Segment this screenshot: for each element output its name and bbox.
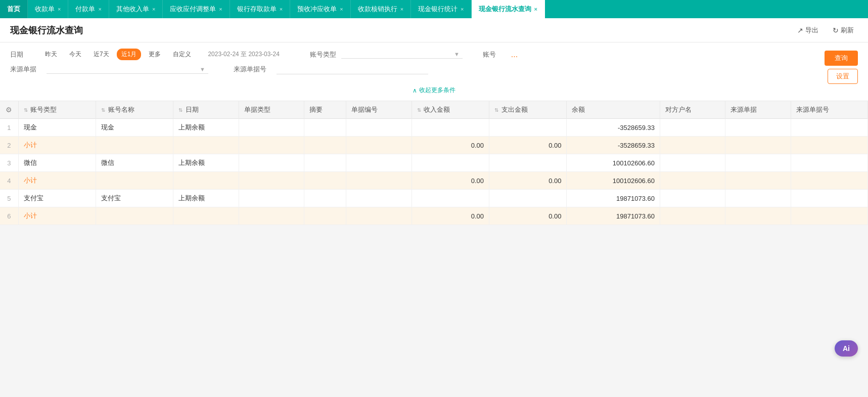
close-icon[interactable]: × [98, 6, 101, 12]
cell-expense: 0.00 [489, 137, 567, 154]
date-btn-more[interactable]: 更多 [144, 49, 165, 60]
nav-tab-receipt[interactable]: 收款单 × [28, 0, 68, 18]
settings-button[interactable]: 设置 [828, 69, 858, 84]
source-voucher-select[interactable]: ▼ [47, 65, 208, 74]
account-dots[interactable]: ... [508, 50, 521, 59]
cell-expense: 0.00 [489, 207, 567, 225]
col-gear[interactable]: ⚙ [0, 101, 18, 119]
col-date: ⇅ 日期 [173, 101, 239, 119]
table-row: 3微信微信上期余额100102606.60 [0, 154, 868, 172]
cell-counterparty [660, 207, 725, 225]
close-icon[interactable]: × [280, 6, 283, 12]
table-row: 5支付宝支付宝上期余额19871073.60 [0, 190, 868, 207]
close-icon[interactable]: × [400, 6, 403, 12]
nav-tab-adjust[interactable]: 应收应付调整单 × [163, 0, 230, 18]
cell-summary [304, 190, 346, 207]
cell-voucher-type [239, 137, 304, 154]
cell-counterparty [660, 137, 725, 154]
nav-tab-other-income[interactable]: 其他收入单 × [109, 0, 163, 18]
close-icon[interactable]: × [152, 6, 155, 12]
cell-account-name: 支付宝 [96, 190, 173, 207]
cell-source-voucher [725, 190, 791, 207]
cell-source-voucher-no [791, 207, 867, 225]
cell-source-voucher-no [791, 172, 867, 190]
cell-account-type: 微信 [18, 154, 96, 172]
cell-balance: 19871073.60 [567, 190, 660, 207]
refresh-button[interactable]: ↻ 刷新 [829, 24, 858, 37]
row-number: 2 [0, 137, 18, 154]
cell-voucher-no [346, 172, 412, 190]
close-icon[interactable]: × [58, 6, 61, 12]
nav-tab-collection-exec[interactable]: 收款核销执行 × [351, 0, 411, 18]
account-type-select[interactable]: ▼ [341, 50, 463, 59]
cell-balance: -3528659.33 [567, 137, 660, 154]
header-bar: 现金银行流水查询 ↗ 导出 ↻ 刷新 [0, 18, 868, 42]
cell-date [173, 172, 239, 190]
nav-tab-prepay[interactable]: 预收冲应收单 × [290, 0, 350, 18]
account-label: 账号 [483, 50, 503, 59]
col-expense: ⇅ 支出金额 [489, 101, 567, 119]
cell-income: 0.00 [412, 172, 489, 190]
close-icon[interactable]: × [340, 6, 343, 12]
cell-summary [304, 207, 346, 225]
sort-icon[interactable]: ⇅ [417, 107, 421, 113]
cell-source-voucher-no [791, 137, 867, 154]
source-voucher-label: 来源单据 [10, 65, 36, 74]
date-filter-label: 日期 [10, 50, 30, 59]
cell-voucher-type [239, 207, 304, 225]
date-btn-custom[interactable]: 自定义 [168, 49, 196, 60]
sort-icon[interactable]: ⇅ [101, 107, 105, 113]
nav-tab-bank-deposit[interactable]: 银行存取款单 × [230, 0, 290, 18]
close-icon[interactable]: × [534, 6, 537, 12]
row-number: 6 [0, 207, 18, 225]
close-icon[interactable]: × [219, 6, 222, 12]
date-btn-7days[interactable]: 近7天 [89, 49, 114, 60]
date-btn-yesterday[interactable]: 昨天 [40, 49, 62, 60]
nav-home[interactable]: 首页 [0, 0, 28, 18]
cell-source-voucher [725, 154, 791, 172]
cell-voucher-type [239, 119, 304, 137]
nav-tab-cashflow-query[interactable]: 现金银行流水查询 × [472, 0, 545, 18]
export-button[interactable]: ↗ 导出 [793, 24, 823, 37]
col-balance: 余额 [567, 101, 660, 119]
col-account-type: ⇅ 账号类型 [18, 101, 96, 119]
col-source-voucher: 来源单据 [725, 101, 791, 119]
cell-source-voucher [725, 172, 791, 190]
table-row: 2小计0.000.00-3528659.33 [0, 137, 868, 154]
source-voucher-no-label: 来源单据号 [234, 65, 266, 74]
col-voucher-no: 单据编号 [346, 101, 412, 119]
nav-tab-bank-stats[interactable]: 现金银行统计 × [411, 0, 471, 18]
cell-date: 上期余额 [173, 190, 239, 207]
close-icon[interactable]: × [461, 6, 464, 12]
cell-account-name [96, 137, 173, 154]
cell-income: 0.00 [412, 207, 489, 225]
sort-icon[interactable]: ⇅ [178, 107, 182, 113]
cell-account-type: 小计 [18, 207, 96, 225]
cell-source-voucher-no [791, 154, 867, 172]
query-button[interactable]: 查询 [825, 51, 858, 66]
cell-summary [304, 154, 346, 172]
date-btn-1month[interactable]: 近1月 [117, 49, 142, 60]
cell-date [173, 207, 239, 225]
col-income: ⇅ 收入金额 [412, 101, 489, 119]
col-summary: 摘要 [304, 101, 346, 119]
cell-account-type: 小计 [18, 172, 96, 190]
cell-account-name: 微信 [96, 154, 173, 172]
sort-icon[interactable]: ⇅ [24, 107, 28, 113]
gear-icon[interactable]: ⚙ [6, 106, 12, 114]
collapse-bar[interactable]: ∧ 收起更多条件 [10, 84, 858, 97]
sort-icon[interactable]: ⇅ [494, 107, 498, 113]
cell-counterparty [660, 172, 725, 190]
nav-tab-payment[interactable]: 付款单 × [68, 0, 109, 18]
cell-voucher-type [239, 172, 304, 190]
refresh-icon: ↻ [833, 26, 839, 34]
top-navigation: 首页 收款单 × 付款单 × 其他收入单 × 应收应付调整单 × 银行存取款单 … [0, 0, 868, 18]
col-source-voucher-no: 来源单据号 [791, 101, 867, 119]
date-btn-today[interactable]: 今天 [65, 49, 86, 60]
table-header-row: ⚙ ⇅ 账号类型 ⇅ 账号名称 ⇅ 日期 单据类型 摘要 [0, 101, 868, 119]
table-row: 1现金现金上期余额-3528659.33 [0, 119, 868, 137]
row-number: 5 [0, 190, 18, 207]
cell-expense [489, 190, 567, 207]
cell-account-type: 支付宝 [18, 190, 96, 207]
source-voucher-no-input[interactable] [277, 64, 428, 74]
